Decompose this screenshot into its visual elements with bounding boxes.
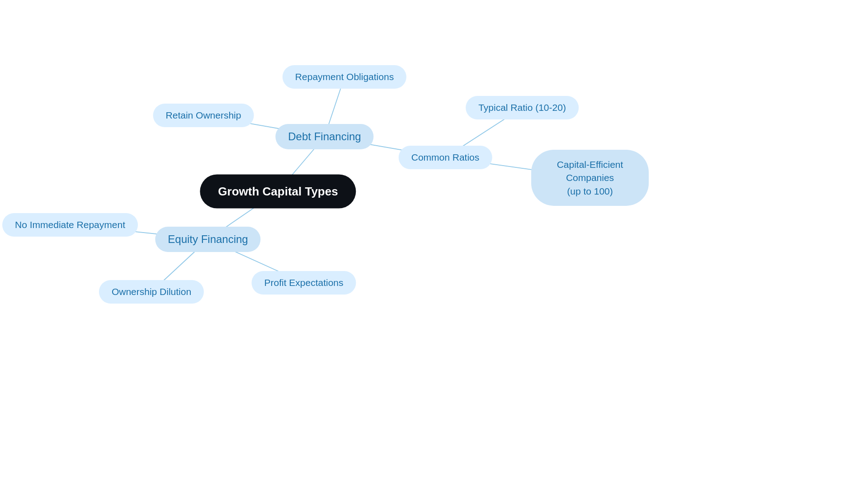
- mindmap-container: Growth Capital Types Debt Financing Equi…: [0, 0, 868, 490]
- node-retain-ownership[interactable]: Retain Ownership: [153, 104, 254, 127]
- node-profit-expectations[interactable]: Profit Expectations: [251, 271, 356, 295]
- node-center[interactable]: Growth Capital Types: [200, 175, 356, 209]
- node-common-ratios[interactable]: Common Ratios: [399, 146, 492, 169]
- node-repayment-obligations[interactable]: Repayment Obligations: [283, 65, 406, 89]
- node-debt-financing[interactable]: Debt Financing: [275, 124, 373, 149]
- node-typical-ratio[interactable]: Typical Ratio (10-20): [466, 96, 579, 119]
- node-ownership-dilution[interactable]: Ownership Dilution: [99, 280, 204, 304]
- node-no-immediate-repayment[interactable]: No Immediate Repayment: [2, 213, 138, 237]
- node-equity-financing[interactable]: Equity Financing: [155, 227, 260, 252]
- node-capital-efficient[interactable]: Capital-Efficient Companies(up to 100): [531, 150, 649, 206]
- connection-lines: [0, 0, 868, 490]
